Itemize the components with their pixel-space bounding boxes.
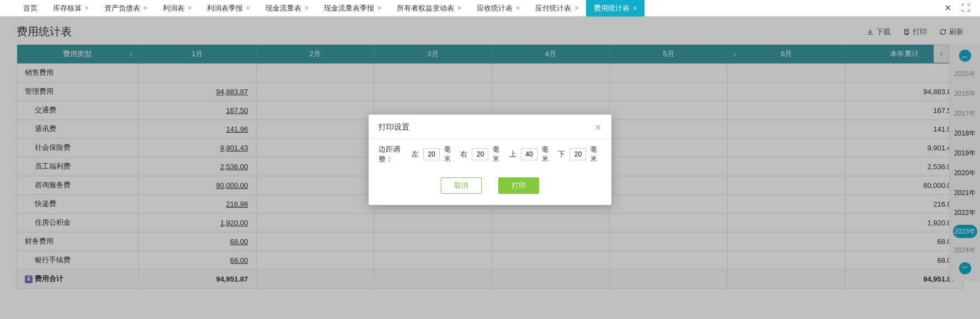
tab-label: 现金流量表: [265, 0, 301, 17]
margin-bottom-input[interactable]: [569, 148, 586, 160]
tab-close-icon[interactable]: ×: [188, 0, 191, 17]
tab-item[interactable]: 现金流量表季报×: [316, 0, 389, 17]
confirm-print-button[interactable]: 打印: [498, 177, 539, 194]
left-label: 左: [412, 149, 419, 159]
tab-label: 所有者权益变动表: [397, 0, 454, 17]
tab-item[interactable]: 资产负债表×: [97, 0, 155, 17]
fullscreen-icon[interactable]: ⛶: [961, 3, 970, 13]
tab-item[interactable]: 现金流量表×: [258, 0, 316, 17]
top-label: 上: [509, 149, 516, 159]
unit: 毫米: [590, 145, 599, 164]
tab-home[interactable]: 首页: [15, 0, 45, 17]
tab-close-icon[interactable]: ×: [457, 0, 461, 17]
tabs-close-all-icon[interactable]: ✕: [944, 3, 951, 13]
tab-close-icon[interactable]: ×: [516, 0, 520, 17]
margin-label: 边距调整：: [379, 144, 402, 164]
tab-item[interactable]: 费用统计表×: [586, 0, 645, 17]
modal-close-icon[interactable]: ✕: [594, 122, 601, 133]
tabs-bar: 首页 库存核算×资产负债表×利润表×利润表季报×现金流量表×现金流量表季报×所有…: [0, 0, 980, 17]
tab-item[interactable]: 利润表季报×: [199, 0, 258, 17]
unit: 毫米: [444, 145, 453, 164]
tab-label: 库存核算: [53, 0, 82, 17]
cancel-button[interactable]: 取消: [441, 177, 482, 194]
tab-close-icon[interactable]: ×: [633, 0, 637, 17]
tab-label: 利润表季报: [207, 0, 243, 17]
margin-top-input[interactable]: [521, 148, 537, 160]
tab-item[interactable]: 库存核算×: [45, 0, 97, 17]
modal-title: 打印设置: [379, 122, 409, 132]
tab-item[interactable]: 应付统计表×: [528, 0, 586, 17]
tab-close-icon[interactable]: ×: [246, 0, 250, 17]
margin-right-input[interactable]: [472, 148, 488, 160]
tab-item[interactable]: 应收统计表×: [469, 0, 528, 17]
unit: 毫米: [493, 145, 502, 164]
tab-label: 利润表: [163, 0, 184, 17]
tab-item[interactable]: 所有者权益变动表×: [389, 0, 469, 17]
bottom-label: 下: [558, 149, 565, 159]
right-label: 右: [460, 149, 467, 159]
tab-label: 首页: [23, 0, 38, 17]
margin-left-input[interactable]: [423, 148, 440, 160]
tab-label: 现金流量表季报: [324, 0, 374, 17]
tab-close-icon[interactable]: ×: [85, 0, 89, 17]
tab-close-icon[interactable]: ×: [143, 0, 147, 17]
tab-item[interactable]: 利润表×: [155, 0, 199, 17]
tab-label: 应付统计表: [535, 0, 571, 17]
print-settings-modal: 打印设置 ✕ 边距调整： 左 毫米 右 毫米 上 毫米 下 毫米 取消 打印: [369, 115, 611, 205]
unit: 毫米: [542, 145, 551, 164]
tab-label: 费用统计表: [594, 0, 630, 17]
tab-close-icon[interactable]: ×: [305, 0, 308, 17]
print-confirm-label: 打印: [512, 181, 526, 191]
cancel-label: 取消: [454, 181, 468, 191]
tab-close-icon[interactable]: ×: [377, 0, 381, 17]
tab-label: 资产负债表: [104, 0, 140, 17]
tab-close-icon[interactable]: ×: [574, 0, 578, 17]
tab-label: 应收统计表: [477, 0, 513, 17]
